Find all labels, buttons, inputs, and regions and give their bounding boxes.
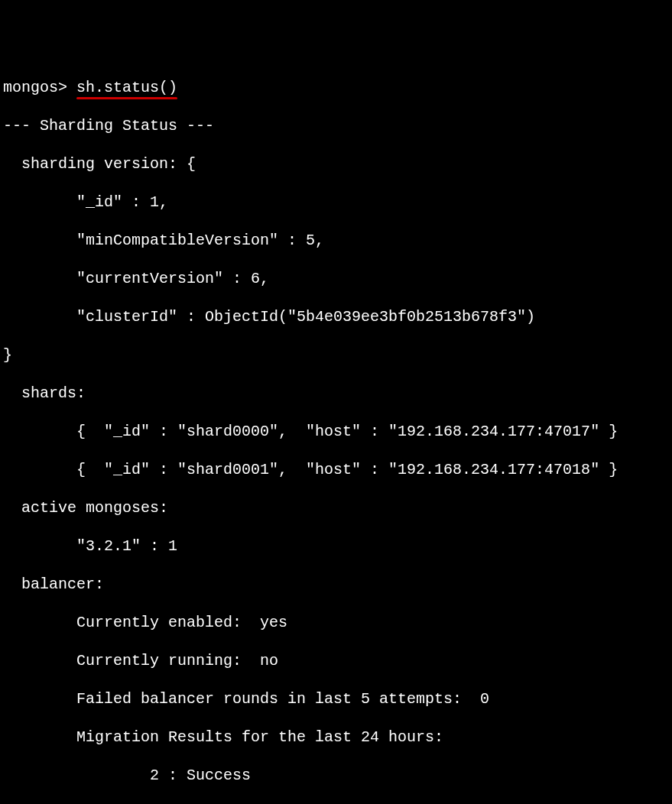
balancer-migration: Migration Results for the last 24 hours:	[3, 728, 669, 747]
version-cur: "currentVersion" : 6,	[3, 269, 669, 288]
balancer-label: balancer:	[3, 575, 669, 594]
active-mongoses-label: active mongoses:	[3, 498, 669, 517]
shards-label: shards:	[3, 384, 669, 403]
output-header: --- Sharding Status ---	[3, 116, 669, 135]
balancer-enabled: Currently enabled: yes	[3, 613, 669, 632]
version-open: sharding version: {	[3, 154, 669, 173]
shard-entry: { "_id" : "shard0000", "host" : "192.168…	[3, 422, 669, 441]
version-close: }	[3, 345, 669, 365]
balancer-failed: Failed balancer rounds in last 5 attempt…	[3, 689, 669, 708]
version-cid: "clusterId" : ObjectId("5b4e039ee3bf0b25…	[3, 307, 669, 326]
active-mongoses-value: "3.2.1" : 1	[3, 537, 669, 556]
command-text: sh.status()	[76, 79, 177, 96]
balancer-success: 2 : Success	[3, 766, 669, 785]
version-id: "_id" : 1,	[3, 193, 669, 212]
balancer-running: Currently running: no	[3, 651, 669, 670]
shard-entry: { "_id" : "shard0001", "host" : "192.168…	[3, 460, 669, 479]
prompt: mongos>	[3, 79, 67, 96]
version-min: "minCompatibleVersion" : 5,	[3, 231, 669, 250]
command-line[interactable]: mongos> sh.status()	[3, 78, 669, 97]
